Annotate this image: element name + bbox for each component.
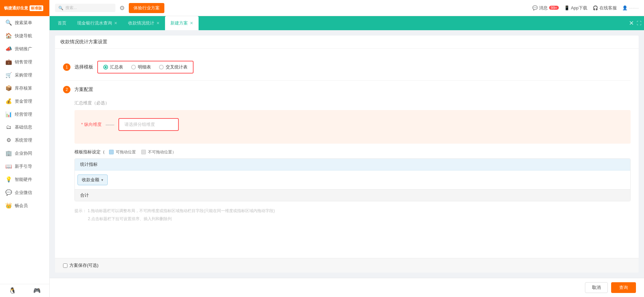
- bottom-section: 方案保存(可选): [55, 258, 639, 273]
- sidebar-item-7[interactable]: 📊经营管理: [0, 108, 49, 121]
- sidebar-icon-8: 🗂: [5, 124, 12, 130]
- divider1: [63, 80, 631, 81]
- sidebar-item-4[interactable]: 🛒采购管理: [0, 68, 49, 82]
- step2-row: 2 方案配置: [63, 86, 631, 93]
- tab-0[interactable]: 首页: [52, 16, 72, 30]
- sidebar-item-9[interactable]: ⚙系统管理: [0, 134, 49, 147]
- sidebar-item-11[interactable]: 📖新手引导: [0, 160, 49, 173]
- sidebar-label-6: 资金管理: [15, 98, 32, 104]
- tip-line-1: 提示： 1.拖动标题栏可以调整布局，不可跨维度或指标区域拖动栏目字段(只能在同一…: [74, 207, 631, 215]
- search-bar[interactable]: 🔍 搜索...: [55, 4, 115, 12]
- version-badge: 标准版: [30, 5, 43, 11]
- sidebar-item-10[interactable]: 🏢企业协同: [0, 147, 49, 160]
- message-action[interactable]: 💬 消息 99+: [532, 5, 559, 11]
- sidebar-label-12: 智能硬件: [15, 177, 32, 183]
- sidebar-footer-icon1[interactable]: 🐧: [0, 284, 25, 297]
- legend-nodrag-label: 不可拖动位置）: [148, 149, 176, 155]
- card-content: 1 选择模板 汇总表 明细表 交叉统计表: [55, 54, 639, 258]
- sidebar-item-3[interactable]: 💼销售管理: [0, 55, 49, 68]
- sidebar-label-5: 库存核算: [15, 85, 32, 91]
- sidebar-item-13[interactable]: 💬企业微信: [0, 186, 49, 199]
- sidebar-icon-14: 👑: [5, 202, 12, 209]
- tab-close-icon[interactable]: ✕: [629, 19, 634, 27]
- dimension-area: * 纵向维度 —— 请选择分组维度: [74, 110, 631, 144]
- user-info[interactable]: 👤 ········: [622, 5, 639, 10]
- sidebar-label-1: 快捷导航: [15, 33, 32, 39]
- message-badge: 99+: [549, 6, 559, 10]
- step1-row: 1 选择模板 汇总表 明细表 交叉统计表: [63, 61, 631, 73]
- industry-btn[interactable]: 体验行业方案: [129, 3, 164, 13]
- indicator-legend: 可拖动位置 不可拖动位置）: [109, 149, 176, 155]
- sidebar-icon-3: 💼: [5, 59, 12, 65]
- tab-close-3[interactable]: ✕: [190, 21, 193, 26]
- tab-3[interactable]: 新建方案✕: [165, 16, 199, 30]
- indicator-table-header: 统计指标: [75, 159, 630, 170]
- tab-1[interactable]: 现金银行流水查询✕: [72, 16, 123, 30]
- sidebar-item-8[interactable]: 🗂基础信息: [0, 121, 49, 134]
- indicator-item-shoukuan[interactable]: 收款金额 ▾: [77, 175, 108, 185]
- sidebar-icon-11: 📖: [5, 163, 12, 169]
- sidebar-icon-0: 🔍: [5, 19, 12, 26]
- sidebar: 畅捷通好生意 标准版 🔍搜索菜单🏠快捷导航📣营销推广💼销售管理🛒采购管理📦库存核…: [0, 0, 50, 297]
- radio-cross-circle: [159, 65, 164, 69]
- user-name: ········: [629, 5, 639, 10]
- step2-badge: 2: [63, 86, 70, 93]
- radio-detail[interactable]: 明细表: [131, 64, 151, 70]
- tab-close-1[interactable]: ✕: [114, 21, 117, 26]
- tab-expand-icon[interactable]: ⛶: [637, 20, 641, 26]
- query-button[interactable]: 查询: [611, 282, 636, 293]
- sidebar-label-13: 企业微信: [15, 190, 32, 196]
- sidebar-item-2[interactable]: 📣营销推广: [0, 42, 49, 55]
- sidebar-icon-1: 🏠: [5, 33, 12, 39]
- tab-close-2[interactable]: ✕: [156, 21, 160, 26]
- sidebar-icon-9: ⚙: [5, 137, 12, 143]
- radio-cross-label: 交叉统计表: [166, 64, 187, 70]
- save-checkbox-label[interactable]: 方案保存(可选): [63, 262, 99, 268]
- sidebar-item-1[interactable]: 🏠快捷导航: [0, 29, 49, 42]
- dimension-select[interactable]: 请选择分组维度: [118, 118, 179, 131]
- sidebar-footer-icon2[interactable]: 🎮: [25, 284, 50, 297]
- sidebar-logo: 畅捷通好生意 标准版: [0, 0, 49, 16]
- sidebar-icon-6: 💰: [5, 98, 12, 104]
- dimension-title: 汇总维度（必选）: [74, 100, 631, 106]
- indicator-title: 模板指标设定（: [74, 149, 105, 155]
- user-icon: 👤: [622, 5, 628, 10]
- sidebar-icon-4: 🛒: [5, 72, 12, 78]
- sidebar-label-10: 企业协同: [15, 150, 32, 156]
- search-placeholder: 搜索...: [65, 5, 77, 11]
- tabbar: 首页现金银行流水查询✕收款情况统计✕新建方案✕ ✕ ⛶: [50, 16, 644, 30]
- indicator-item-label: 收款金额: [82, 177, 99, 183]
- sidebar-item-0[interactable]: 🔍搜索菜单: [0, 16, 49, 29]
- sidebar-label-3: 销售管理: [15, 59, 32, 65]
- service-label: 在线客服: [599, 5, 617, 11]
- indicator-table: 统计指标 收款金额 ▾ 合计: [74, 158, 631, 201]
- sidebar-item-14[interactable]: 👑畅会员: [0, 199, 49, 212]
- cancel-button[interactable]: 取消: [585, 282, 608, 293]
- indicator-header: 模板指标设定（ 可拖动位置 不可拖动位置）: [74, 149, 631, 155]
- dimension-row-label: * 纵向维度: [81, 121, 102, 128]
- download-action[interactable]: 📱 App下载: [564, 5, 587, 11]
- indicator-item-dropdown[interactable]: ▾: [101, 178, 103, 182]
- radio-detail-label: 明细表: [138, 64, 151, 70]
- tip-text-2: 2.点击标题栏下拉可设置排序、插入列和删除列: [88, 215, 172, 223]
- logo-text: 畅捷通好生意: [4, 5, 28, 11]
- sidebar-icon-13: 💬: [5, 189, 12, 196]
- tab-2[interactable]: 收款情况统计✕: [123, 16, 165, 30]
- service-action[interactable]: 🎧 在线客服: [593, 5, 617, 11]
- radio-summary[interactable]: 汇总表: [103, 64, 123, 70]
- radio-cross[interactable]: 交叉统计表: [159, 64, 187, 70]
- sidebar-icon-12: 💡: [5, 176, 12, 183]
- dimension-arrow: ——: [106, 122, 114, 127]
- sidebar-item-6[interactable]: 💰资金管理: [0, 95, 49, 108]
- sidebar-item-5[interactable]: 📦库存核算: [0, 82, 49, 95]
- service-icon: 🎧: [593, 5, 598, 10]
- sidebar-item-12[interactable]: 💡智能硬件: [0, 173, 49, 186]
- sidebar-label-11: 新手引导: [15, 163, 32, 169]
- sidebar-label-8: 基础信息: [15, 124, 32, 130]
- topbar: 🔍 搜索... ⚙ 体验行业方案 💬 消息 99+ 📱 App下载 🎧 在线客服…: [50, 0, 644, 16]
- sidebar-icon-10: 🏢: [5, 150, 12, 156]
- save-checkbox[interactable]: [63, 263, 67, 268]
- tab-label-2: 收款情况统计: [128, 20, 154, 26]
- settings-icon[interactable]: ⚙: [119, 4, 125, 12]
- tips-area: 提示： 1.拖动标题栏可以调整布局，不可跨维度或指标区域拖动栏目字段(只能在同一…: [74, 207, 631, 223]
